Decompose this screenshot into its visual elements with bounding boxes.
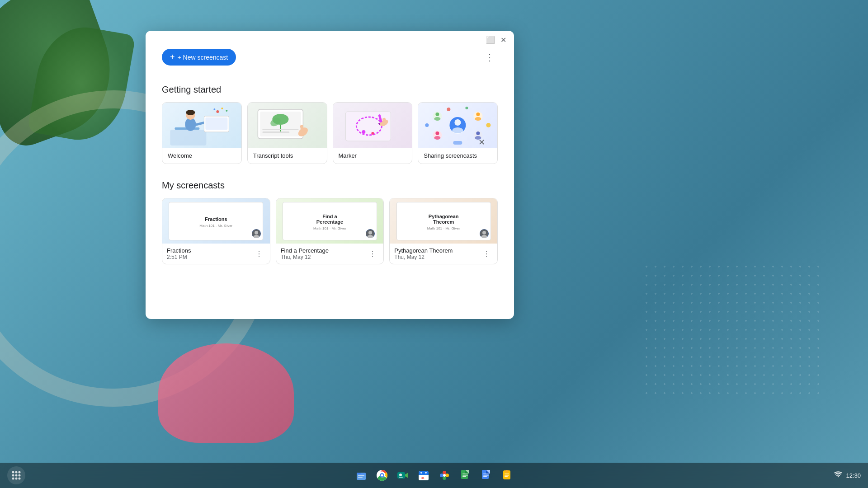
- screencast-name-percentage: Find a Percentage: [281, 247, 329, 254]
- app-window: ⬜ ✕ + + New screencast ⋮ ✕ Getting start…: [146, 31, 514, 319]
- taskbar-right: 12:30: [834, 471, 861, 479]
- card-label-welcome: Welcome: [162, 148, 241, 164]
- svg-point-67: [19, 478, 21, 480]
- card-label-sharing: Sharing screencasts: [418, 148, 497, 164]
- window-content: + + New screencast ⋮ ✕ Getting started: [146, 49, 514, 317]
- svg-rect-90: [462, 475, 468, 476]
- screencast-more-pythagorean[interactable]: ⋮: [480, 248, 493, 260]
- card-thumb-transcript: [248, 103, 327, 148]
- more-options-button[interactable]: ⋮: [481, 49, 498, 66]
- screencast-thumb-fractions: Fractions Math 101 - Mr. Giver: [162, 198, 270, 244]
- svg-marker-76: [405, 473, 408, 478]
- screencast-sub-percentage: Math 101 - Mr. Giver: [313, 226, 346, 230]
- screencast-thumb-inner-fractions: Fractions Math 101 - Mr. Giver: [169, 202, 263, 240]
- card-thumb-welcome: [162, 103, 241, 148]
- svg-point-83: [425, 472, 427, 474]
- plus-icon: +: [170, 52, 175, 62]
- close-window-icon: ✕: [500, 36, 506, 44]
- screencast-card-pythagorean[interactable]: Pythagorean Theorem Math 101 - Mr. Giver: [389, 198, 498, 264]
- bg-dots: [642, 262, 823, 398]
- my-screencasts-section: My screencasts Fractions Math 101 - Mr. …: [162, 180, 498, 264]
- taskbar-files[interactable]: [352, 466, 370, 484]
- my-screencasts-title: My screencasts: [162, 180, 498, 191]
- taskbar-chrome[interactable]: [373, 466, 391, 484]
- svg-point-38: [475, 117, 481, 121]
- taskbar-center: 31: [352, 466, 516, 484]
- taskbar-docs[interactable]: [477, 466, 495, 484]
- content-close-icon: ✕: [478, 138, 485, 147]
- more-vert-icon: ⋮: [485, 52, 494, 63]
- new-screencast-button[interactable]: + + New screencast: [162, 49, 236, 66]
- taskbar-calendar[interactable]: 31: [415, 466, 433, 484]
- svg-rect-49: [453, 141, 462, 145]
- svg-rect-91: [462, 476, 466, 477]
- svg-rect-70: [358, 477, 363, 478]
- screencast-title-pythagorean: Pythagorean Theorem: [427, 212, 461, 226]
- launcher-button[interactable]: [7, 466, 25, 484]
- screencast-avatar-fractions: [252, 229, 261, 238]
- new-screencast-label: + New screencast: [178, 54, 228, 61]
- svg-rect-100: [505, 474, 509, 474]
- svg-point-48: [425, 123, 429, 127]
- svg-point-32: [453, 127, 463, 134]
- svg-point-43: [476, 131, 480, 135]
- svg-point-77: [399, 474, 402, 476]
- screencast-meta-percentage: Find a Percentage Thu, May 12: [281, 247, 329, 260]
- screencast-card-fractions[interactable]: Fractions Math 101 - Mr. Giver: [162, 198, 270, 264]
- top-bar: + + New screencast ⋮: [162, 49, 498, 66]
- screencast-info-fractions: Fractions 2:51 PM ⋮: [162, 244, 270, 264]
- svg-rect-18: [262, 129, 298, 130]
- close-window-button[interactable]: ✕: [498, 34, 509, 45]
- card-thumb-marker: [333, 103, 412, 148]
- svg-rect-19: [262, 131, 289, 133]
- svg-point-34: [436, 113, 439, 116]
- screencast-more-percentage[interactable]: ⋮: [366, 248, 379, 260]
- card-transcript[interactable]: Transcript tools: [247, 102, 327, 164]
- svg-rect-102: [505, 476, 508, 477]
- svg-point-46: [466, 107, 468, 109]
- svg-point-24: [362, 130, 365, 134]
- svg-point-4: [186, 110, 195, 115]
- card-label-marker: Marker: [333, 148, 412, 164]
- svg-point-51: [255, 231, 258, 235]
- screencast-thumb-inner-percentage: Find a Percentage Math 101 - Mr. Giver: [283, 202, 377, 240]
- taskbar-photos[interactable]: [435, 466, 453, 484]
- maximize-icon: ⬜: [486, 36, 495, 44]
- svg-rect-69: [358, 475, 364, 476]
- taskbar-left: [7, 466, 25, 484]
- screencast-name-pythagorean: Pythagorean Theorem: [394, 247, 453, 254]
- screencast-more-fractions[interactable]: ⋮: [253, 248, 265, 260]
- content-close-button[interactable]: ✕: [475, 136, 488, 149]
- svg-point-82: [420, 472, 422, 474]
- svg-point-9: [216, 110, 219, 113]
- card-marker[interactable]: Marker: [333, 102, 413, 164]
- card-label-transcript: Transcript tools: [248, 148, 327, 164]
- svg-point-37: [476, 113, 480, 116]
- taskbar-keep[interactable]: [498, 466, 516, 484]
- maximize-button[interactable]: ⬜: [485, 34, 496, 45]
- svg-point-31: [455, 119, 461, 126]
- screencast-meta-pythagorean: Pythagorean Theorem Thu, May 12: [394, 247, 453, 260]
- taskbar-sheets[interactable]: [456, 466, 474, 484]
- window-titlebar: ⬜ ✕: [146, 31, 514, 49]
- card-sharing[interactable]: Sharing screencasts: [418, 102, 498, 164]
- svg-point-25: [371, 132, 374, 135]
- svg-point-41: [434, 136, 441, 140]
- svg-point-35: [434, 117, 441, 121]
- svg-point-11: [221, 108, 223, 109]
- screencast-sub-pythagorean: Math 101 - Mr. Giver: [427, 226, 460, 230]
- wifi-icon: [834, 471, 842, 479]
- svg-point-47: [486, 123, 491, 127]
- svg-rect-89: [462, 474, 468, 474]
- screencast-name-fractions: Fractions: [167, 247, 191, 254]
- screencast-card-percentage[interactable]: Find a Percentage Math 101 - Mr. Giver: [276, 198, 384, 264]
- svg-point-63: [15, 474, 18, 477]
- screencast-date-percentage: Thu, May 12: [281, 254, 329, 260]
- svg-rect-8: [205, 117, 227, 130]
- taskbar-time: 12:30: [846, 472, 861, 479]
- svg-rect-81: [419, 474, 429, 475]
- bg-pink-shape: [158, 343, 294, 443]
- svg-point-64: [19, 474, 21, 477]
- taskbar-meet[interactable]: [394, 466, 412, 484]
- card-welcome[interactable]: Welcome: [162, 102, 242, 164]
